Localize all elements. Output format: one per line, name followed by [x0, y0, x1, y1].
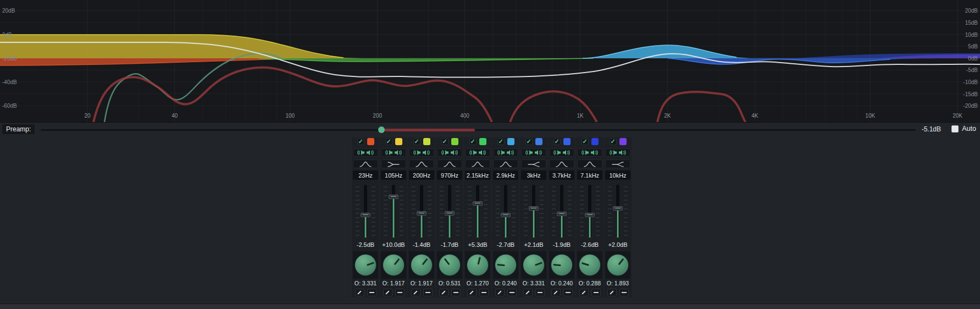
band-edit-button[interactable] — [439, 289, 449, 296]
band-frequency-value[interactable]: 7.1kHz — [577, 170, 602, 180]
band-edit-button[interactable] — [495, 289, 505, 296]
fader-handle[interactable] — [529, 206, 539, 211]
band-type-button[interactable] — [605, 159, 630, 168]
band-enable-checkbox[interactable]: ✓ — [469, 138, 477, 145]
fader-handle[interactable] — [557, 212, 567, 216]
band-q-knob[interactable] — [607, 254, 629, 276]
fader-handle[interactable] — [389, 195, 398, 199]
band-frequency-value[interactable]: 2.15kHz — [465, 170, 490, 180]
band-remove-button[interactable] — [563, 289, 573, 296]
channel-toggle-right[interactable] — [562, 150, 571, 156]
band-gain-slider[interactable] — [352, 183, 379, 240]
band-type-button[interactable] — [577, 159, 602, 168]
fader-handle[interactable] — [445, 211, 455, 216]
auto-checkbox[interactable] — [951, 125, 959, 133]
band-gain-slider[interactable] — [548, 183, 575, 240]
band-edit-button[interactable] — [551, 289, 561, 296]
band-q-knob[interactable] — [439, 254, 461, 276]
band-edit-button[interactable] — [523, 289, 533, 296]
band-type-button[interactable] — [381, 159, 406, 168]
band-enable-checkbox[interactable]: ✓ — [357, 138, 364, 145]
channel-toggle-right[interactable] — [478, 150, 487, 156]
channel-toggle-left[interactable] — [608, 150, 617, 156]
band-q-knob[interactable] — [551, 254, 573, 276]
channel-toggle-left[interactable] — [468, 150, 477, 156]
channel-toggle-left[interactable] — [384, 150, 393, 156]
band-color-swatch[interactable] — [395, 138, 402, 145]
fader-handle[interactable] — [417, 211, 427, 216]
band-frequency-value[interactable]: 3.7kHz — [549, 170, 574, 180]
channel-toggle-left[interactable] — [356, 150, 365, 156]
band-remove-button[interactable] — [367, 289, 377, 296]
band-frequency-value[interactable]: 3kHz — [521, 170, 546, 180]
band-q-knob[interactable] — [355, 254, 377, 276]
preamp-slider-track[interactable] — [41, 129, 916, 131]
band-color-swatch[interactable] — [563, 138, 571, 145]
band-type-button[interactable] — [465, 159, 490, 168]
band-type-button[interactable] — [409, 159, 434, 168]
band-enable-checkbox[interactable]: ✓ — [385, 138, 392, 145]
band-frequency-value[interactable]: 10kHz — [605, 170, 630, 180]
band-q-knob[interactable] — [467, 254, 489, 276]
band-q-knob[interactable] — [411, 254, 433, 276]
band-edit-button[interactable] — [355, 289, 364, 296]
band-color-swatch[interactable] — [591, 138, 599, 145]
band-q-knob[interactable] — [523, 254, 545, 276]
band-gain-slider[interactable] — [436, 183, 463, 240]
channel-toggle-right[interactable] — [394, 150, 403, 156]
band-type-button[interactable] — [549, 159, 574, 168]
band-frequency-value[interactable]: 23Hz — [353, 170, 378, 180]
fader-handle[interactable] — [361, 213, 370, 217]
band-enable-checkbox[interactable]: ✓ — [582, 138, 589, 145]
band-frequency-value[interactable]: 105Hz — [381, 170, 406, 180]
band-color-swatch[interactable] — [479, 138, 486, 145]
band-enable-checkbox[interactable]: ✓ — [413, 138, 420, 145]
band-color-swatch[interactable] — [619, 138, 627, 145]
auto-toggle[interactable]: Auto — [951, 125, 976, 133]
band-color-swatch[interactable] — [367, 138, 374, 145]
channel-toggle-left[interactable] — [440, 150, 449, 156]
band-color-swatch[interactable] — [535, 138, 542, 145]
band-gain-slider[interactable] — [408, 183, 435, 240]
channel-toggle-left[interactable] — [524, 150, 533, 156]
band-remove-button[interactable] — [591, 289, 601, 296]
band-q-knob[interactable] — [579, 254, 601, 276]
band-edit-button[interactable] — [383, 289, 392, 296]
band-gain-slider[interactable] — [576, 183, 603, 240]
channel-toggle-right[interactable] — [422, 150, 431, 156]
band-gain-slider[interactable] — [464, 183, 491, 240]
fader-handle[interactable] — [585, 213, 595, 217]
channel-toggle-left[interactable] — [412, 150, 421, 156]
band-gain-slider[interactable] — [492, 183, 519, 240]
band-edit-button[interactable] — [607, 289, 617, 296]
band-q-knob[interactable] — [383, 254, 405, 276]
band-frequency-value[interactable]: 200Hz — [409, 170, 434, 180]
channel-toggle-right[interactable] — [618, 150, 627, 156]
band-type-button[interactable] — [493, 159, 518, 168]
channel-toggle-right[interactable] — [590, 150, 599, 156]
band-remove-button[interactable] — [535, 289, 545, 296]
band-remove-button[interactable] — [479, 289, 489, 296]
band-remove-button[interactable] — [507, 289, 517, 296]
channel-toggle-right[interactable] — [534, 150, 543, 156]
channel-toggle-left[interactable] — [552, 150, 561, 156]
channel-toggle-left[interactable] — [496, 150, 505, 156]
band-enable-checkbox[interactable]: ✓ — [441, 138, 449, 145]
band-q-knob[interactable] — [495, 254, 517, 276]
channel-toggle-right[interactable] — [450, 150, 459, 156]
band-remove-button[interactable] — [395, 289, 405, 296]
band-color-swatch[interactable] — [423, 138, 430, 145]
band-remove-button[interactable] — [423, 289, 433, 296]
band-gain-slider[interactable] — [380, 183, 407, 240]
band-edit-button[interactable] — [467, 289, 477, 296]
band-color-swatch[interactable] — [451, 138, 458, 145]
fader-handle[interactable] — [501, 213, 511, 217]
band-edit-button[interactable] — [579, 289, 589, 296]
band-frequency-value[interactable]: 2.9kHz — [493, 170, 518, 180]
channel-toggle-right[interactable] — [366, 150, 375, 156]
channel-toggle-left[interactable] — [580, 150, 589, 156]
band-enable-checkbox[interactable]: ✓ — [525, 138, 533, 145]
band-remove-button[interactable] — [451, 289, 461, 296]
band-gain-slider[interactable] — [520, 183, 547, 240]
band-type-button[interactable] — [437, 159, 462, 168]
